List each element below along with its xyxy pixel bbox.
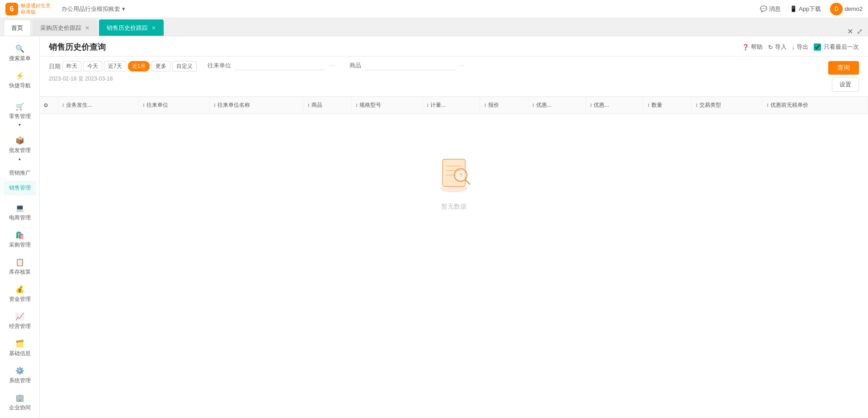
tab-home-label: 首页 — [11, 24, 23, 32]
sidebar-system-label: 系统管理 — [9, 377, 31, 385]
date-btn-yesterday[interactable]: 昨天 — [62, 61, 81, 71]
page-actions: ❓ 帮助 ↻ 导入 ↓ 导出 只看最后一次 — [742, 43, 859, 51]
tab-sales-history-label: 销售历史价跟踪 — [107, 24, 148, 32]
th-spec: ↕ 规格型号 — [351, 97, 422, 114]
sidebar-search-label: 搜索菜单 — [9, 55, 31, 62]
table-header: ⚙ ↕ 业务发生... ↕ 往来单位 ↕ 往来单位名称 ↕ 商品 — [40, 97, 868, 114]
help-icon: ❓ — [742, 44, 749, 51]
right-actions: 查询 设置 — [828, 61, 859, 92]
import-icon: ↻ — [768, 44, 773, 51]
date-btn-more[interactable]: 更多 — [151, 61, 170, 71]
phone-icon: 📱 — [790, 5, 797, 12]
inventory-icon: 📋 — [15, 258, 24, 266]
product-dots[interactable]: ··· — [459, 62, 465, 70]
th-product: ↕ 商品 — [303, 97, 351, 114]
settings-gear-icon[interactable]: ⚙ — [43, 102, 48, 109]
sidebar-item-finance[interactable]: 💰 资金管理 — [0, 280, 39, 308]
sidebar-item-quick-nav[interactable]: ⚡ 快捷导航 — [0, 67, 39, 94]
sidebar-item-inventory[interactable]: 📋 库存核算 — [0, 253, 39, 280]
view-last-label: 只看最后一次 — [824, 43, 859, 51]
tab-sales-history-close[interactable]: ✕ — [151, 25, 156, 31]
partner-dots[interactable]: ··· — [329, 62, 335, 70]
workspace-selector[interactable]: 办公用品行业模拟账套 ▾ — [61, 5, 125, 13]
view-last-checkbox[interactable] — [814, 43, 821, 51]
sidebar-operations-label: 经营管理 — [9, 323, 31, 330]
user-menu[interactable]: D demo2 — [830, 3, 863, 15]
sidebar-quick-nav-label: 快捷导航 — [9, 82, 31, 90]
tab-purchase-history-close[interactable]: ✕ — [85, 25, 90, 31]
quick-nav-icon: ⚡ — [15, 71, 24, 80]
date-btn-today[interactable]: 今天 — [83, 61, 102, 71]
enterprise-icon: 🏢 — [15, 394, 24, 402]
svg-text:?: ? — [459, 172, 462, 179]
wholesale-chevron-icon: ▴ — [19, 156, 21, 161]
sidebar-item-guide[interactable]: 🎯 新手引导 — [0, 416, 39, 418]
export-icon: ↓ — [792, 44, 795, 51]
tab-bar: 首页 采购历史价跟踪 ✕ 销售历史价跟踪 ✕ ✕ ⤢ — [0, 18, 868, 36]
sidebar-item-sales-mgmt[interactable]: 销售管理 — [4, 180, 36, 195]
chat-label: 消息 — [769, 5, 781, 13]
sidebar-item-system[interactable]: ⚙️ 系统管理 — [0, 362, 39, 389]
sidebar-item-ecommerce[interactable]: 💻 电商管理 — [0, 199, 39, 226]
logo-text: 畅捷通好生意 标准版 — [21, 3, 51, 14]
th-discount2: ↕ 优惠... — [586, 97, 643, 114]
date-btn-7days[interactable]: 近7天 — [104, 61, 126, 71]
sidebar-item-base-info[interactable]: 🗂️ 基础信息 — [0, 335, 39, 362]
sidebar-item-retail[interactable]: 🛒 零售管理 ▾ — [0, 98, 39, 132]
th-quoted-price: ↕ 报价 — [480, 97, 528, 114]
operations-icon: 📈 — [15, 312, 24, 321]
data-table: ⚙ ↕ 业务发生... ↕ 往来单位 ↕ 往来单位名称 ↕ 商品 — [40, 97, 868, 247]
date-label: 日期 — [49, 62, 61, 71]
th-unit: ↕ 计量... — [422, 97, 480, 114]
sidebar-item-wholesale[interactable]: 📦 批发管理 ▴ — [0, 132, 39, 166]
tab-purchase-history[interactable]: 采购历史价跟踪 ✕ — [33, 19, 97, 36]
export-button[interactable]: ↓ 导出 — [792, 43, 809, 51]
sidebar-item-operations[interactable]: 📈 经营管理 — [0, 308, 39, 335]
sidebar-purchase-label: 采购管理 — [9, 241, 31, 249]
sidebar-wholesale-label: 批发管理 — [9, 147, 31, 154]
logo-area: 6 畅捷通好生意 标准版 — [5, 3, 51, 15]
product-label: 商品 — [349, 62, 361, 70]
settings-button[interactable]: 设置 — [832, 77, 859, 92]
product-input[interactable] — [365, 61, 455, 70]
th-partner-code: ↕ 往来单位 — [138, 97, 209, 114]
tab-sales-history[interactable]: 销售历史价跟踪 ✕ — [99, 19, 164, 36]
sidebar-item-purchase[interactable]: 🛍️ 采购管理 — [0, 226, 39, 253]
avatar: D — [830, 3, 843, 15]
filter-top: 日期 昨天 今天 近7天 近1月 更多 自定义 2023-02-18 至 202… — [49, 61, 859, 92]
partner-input[interactable] — [235, 61, 325, 70]
page-header: 销售历史价查询 ❓ 帮助 ↻ 导入 ↓ 导出 只看最后一次 — [40, 36, 868, 57]
help-button[interactable]: ❓ 帮助 — [742, 43, 763, 51]
sidebar-item-marketing[interactable]: 营销推广 — [4, 166, 36, 180]
date-btn-1month[interactable]: 近1月 — [128, 61, 150, 71]
th-settings: ⚙ — [40, 97, 58, 114]
export-label: 导出 — [797, 43, 808, 51]
product-filter-group: 商品 ··· — [349, 61, 465, 70]
date-buttons-row: 日期 昨天 今天 近7天 近1月 更多 自定义 — [49, 61, 197, 71]
chat-button[interactable]: 💬 消息 — [760, 5, 781, 13]
empty-illustration: ? — [431, 150, 476, 195]
th-trade-type: ↕ 交易类型 — [691, 97, 762, 114]
top-bar: 6 畅捷通好生意 标准版 办公用品行业模拟账套 ▾ 💬 消息 📱 App下载 D… — [0, 0, 868, 18]
tab-home[interactable]: 首页 — [4, 19, 31, 36]
import-label: 导入 — [775, 43, 787, 51]
retail-chevron-icon: ▾ — [19, 122, 21, 127]
date-section: 日期 昨天 今天 近7天 近1月 更多 自定义 2023-02-18 至 202… — [49, 61, 197, 83]
import-button[interactable]: ↻ 导入 — [768, 43, 787, 51]
sidebar-item-search[interactable]: 🔍 搜索菜单 — [0, 40, 39, 67]
sidebar-item-enterprise[interactable]: 🏢 企业协同 — [0, 389, 39, 416]
sidebar: 🔍 搜索菜单 ⚡ 快捷导航 🛒 零售管理 ▾ 📦 批发管理 ▴ 营销推广 销售管… — [0, 36, 40, 418]
query-button[interactable]: 查询 — [828, 61, 859, 75]
view-last-toggle: 只看最后一次 — [814, 43, 859, 51]
app-download-button[interactable]: 📱 App下载 — [790, 5, 821, 13]
date-btn-custom[interactable]: 自定义 — [172, 61, 197, 71]
help-label: 帮助 — [751, 43, 763, 51]
maximize-button[interactable]: ⤢ — [857, 27, 863, 36]
workspace-chevron-icon: ▾ — [122, 5, 125, 12]
partner-filter-group: 往来单位 ··· — [208, 61, 335, 70]
close-tab-button[interactable]: ✕ — [847, 27, 853, 36]
th-biz-date: ↕ 业务发生... — [58, 97, 138, 114]
ecommerce-icon: 💻 — [15, 204, 24, 212]
top-bar-right: 💬 消息 📱 App下载 D demo2 — [760, 3, 863, 15]
sidebar-finance-label: 资金管理 — [9, 295, 31, 303]
